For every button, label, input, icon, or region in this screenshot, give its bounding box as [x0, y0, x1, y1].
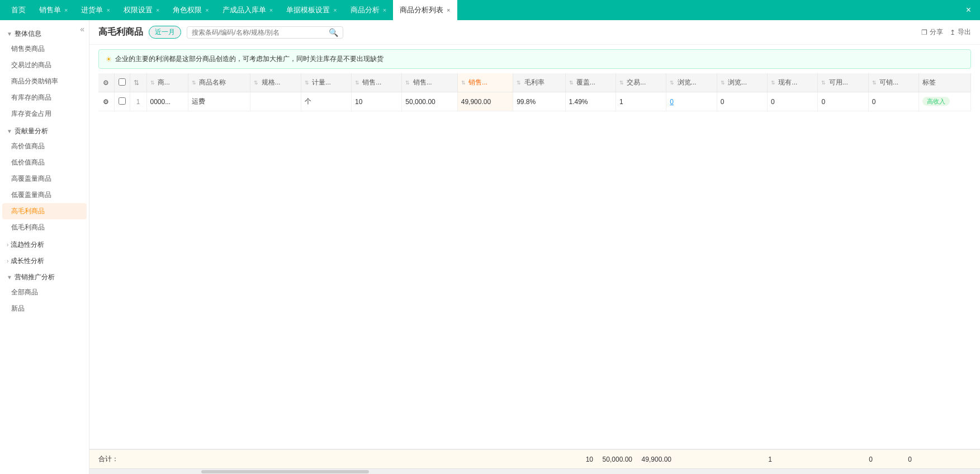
row-views2: 0	[717, 92, 767, 111]
col-saleable[interactable]: ⇅ 可销...	[868, 73, 919, 92]
horizontal-scrollbar[interactable]	[89, 468, 980, 474]
col-name[interactable]: ⇅ 商品名称	[188, 73, 250, 92]
sidebar-item-high-coverage[interactable]: 高覆盖量商品	[0, 171, 89, 187]
sidebar-group-overall[interactable]: ▼ 整体信息	[0, 25, 89, 41]
nav-product-analysis-list[interactable]: 商品分析列表 ×	[393, 0, 457, 20]
sidebar-item-high-value[interactable]: 高价值商品	[0, 138, 89, 154]
sidebar-group-trend[interactable]: › 流趋性分析	[0, 236, 89, 252]
close-icon[interactable]: ×	[205, 7, 209, 13]
nav-template-settings[interactable]: 单据模板设置 ×	[280, 0, 343, 20]
page-title: 高毛利商品	[98, 26, 143, 38]
col-gross-margin[interactable]: ⇅ 毛利率	[513, 73, 565, 92]
close-icon[interactable]: ×	[333, 7, 337, 13]
col-sales-amount[interactable]: ⇅ 销售...	[402, 73, 457, 92]
sidebar-item-sales-goods[interactable]: 销售类商品	[0, 41, 89, 57]
sort-icon: ⇅	[821, 80, 826, 86]
sort-icon: ⇅	[569, 80, 574, 86]
data-table: ⚙ ⇅ ⇅ 商... ⇅ 商品名称	[98, 73, 971, 111]
col-transactions[interactable]: ⇅ 交易...	[616, 73, 666, 92]
window-close-button[interactable]: ×	[962, 5, 976, 15]
export-button[interactable]: ↥ 导出	[950, 27, 971, 37]
info-banner: ☀ 企业的主要的利润都是这部分商品创造的，可考虑加大推广，同时关注库存是不要出现…	[98, 49, 971, 69]
content-area: 高毛利商品 近一月 🔍 ❐ 分享 ↥ 导出 ☀ 企业的主要的利润都是这部分商品创…	[89, 20, 980, 474]
table-header-row: ⚙ ⇅ ⇅ 商... ⇅ 商品名称	[98, 73, 971, 92]
expand-arrow-icon: ›	[7, 242, 8, 248]
sidebar-item-low-value[interactable]: 低价值商品	[0, 154, 89, 171]
close-icon[interactable]: ×	[106, 7, 110, 13]
sidebar-collapse-button[interactable]: «	[80, 25, 84, 34]
col-checkbox	[114, 73, 130, 92]
row-unit: 个	[301, 92, 351, 111]
col-views1[interactable]: ⇅ 浏览...	[666, 73, 717, 92]
info-icon: ☀	[106, 55, 112, 63]
window-controls: ×	[962, 5, 976, 15]
sort-icon: ⇅	[254, 80, 258, 86]
nav-permission-settings[interactable]: 权限设置 ×	[117, 0, 166, 20]
sidebar-item-high-margin[interactable]: 高毛利商品	[2, 203, 87, 219]
col-tag: 标签	[919, 73, 971, 92]
col-sales-qty[interactable]: ⇅ 销售...	[351, 73, 401, 92]
sort-icon: ⇅	[619, 80, 624, 86]
col-sales-profit[interactable]: ⇅ 销售...	[457, 73, 513, 92]
sidebar-item-low-coverage[interactable]: 低覆盖量商品	[0, 187, 89, 203]
footer-available: 0	[876, 456, 915, 463]
close-icon[interactable]: ×	[156, 7, 159, 13]
col-unit[interactable]: ⇅ 计量...	[301, 73, 351, 92]
table-container: ⚙ ⇅ ⇅ 商... ⇅ 商品名称	[89, 73, 980, 449]
col-coverage[interactable]: ⇅ 覆盖...	[565, 73, 616, 92]
close-icon[interactable]: ×	[269, 7, 273, 13]
col-num: ⇅	[130, 73, 146, 92]
col-settings[interactable]: ⚙	[98, 73, 114, 92]
row-coverage: 1.49%	[565, 92, 616, 111]
nav-purchase-order[interactable]: 进货单 ×	[74, 0, 116, 20]
period-button[interactable]: 近一月	[149, 26, 181, 39]
sidebar-item-low-margin[interactable]: 低毛利商品	[0, 219, 89, 236]
nav-sales-order[interactable]: 销售单 ×	[32, 0, 74, 20]
row-checkbox[interactable]	[114, 92, 130, 111]
sidebar-item-category-rate[interactable]: 商品分类助销率	[0, 73, 89, 90]
nav-product-inbound[interactable]: 产成品入库单 ×	[216, 0, 280, 20]
sort-icon: ⇅	[721, 80, 725, 86]
nav-role-permission[interactable]: 角色权限 ×	[166, 0, 215, 20]
sidebar-item-stocked-goods[interactable]: 有库存的商品	[0, 90, 89, 106]
sidebar-item-traded-goods[interactable]: 交易过的商品	[0, 57, 89, 73]
tag-badge: 高收入	[922, 97, 950, 106]
col-code[interactable]: ⇅ 商...	[146, 73, 188, 92]
col-views2[interactable]: ⇅ 浏览...	[717, 73, 767, 92]
nav-product-analysis[interactable]: 商品分析 ×	[344, 0, 393, 20]
nav-home[interactable]: 首页	[4, 0, 32, 20]
close-icon[interactable]: ×	[447, 7, 450, 13]
footer-transactions: 1	[736, 456, 775, 463]
select-all-checkbox[interactable]	[119, 78, 126, 86]
col-available[interactable]: ⇅ 可用...	[818, 73, 868, 92]
close-icon[interactable]: ×	[64, 7, 68, 13]
header-actions: ❐ 分享 ↥ 导出	[921, 27, 971, 37]
sidebar: « ▼ 整体信息 销售类商品 交易过的商品 商品分类助销率 有库存的商品 库存资…	[0, 20, 89, 474]
sidebar-item-new-goods[interactable]: 新品	[0, 301, 89, 317]
col-current-stock[interactable]: ⇅ 现有...	[768, 73, 818, 92]
col-spec[interactable]: ⇅ 规格...	[250, 73, 301, 92]
row-settings[interactable]: ⚙	[98, 92, 114, 111]
row-views1[interactable]: 0	[666, 92, 717, 111]
row-num: 1	[130, 92, 146, 111]
sort-icon: ⇅	[670, 80, 674, 86]
share-button[interactable]: ❐ 分享	[921, 27, 943, 37]
sidebar-item-stock-capital[interactable]: 库存资金占用	[0, 106, 89, 122]
sidebar-group-contribution[interactable]: ▼ 贡献量分析	[0, 122, 89, 138]
sort-icon: ⇅	[461, 80, 466, 86]
sidebar-item-all-goods[interactable]: 全部商品	[0, 284, 89, 301]
sidebar-group-marketing[interactable]: ▼ 营销推广分析	[0, 268, 89, 284]
close-icon[interactable]: ×	[383, 7, 386, 13]
scrollbar-thumb[interactable]	[201, 470, 369, 473]
table-body: ⚙ 1 0000... 运费 个 10 50,000.00 49,900.00 …	[98, 92, 971, 111]
row-select-checkbox[interactable]	[119, 97, 126, 105]
share-icon: ❐	[921, 29, 927, 36]
expand-arrow-icon: ▼	[7, 31, 12, 37]
search-input[interactable]	[192, 29, 329, 36]
search-icon[interactable]: 🔍	[329, 28, 338, 37]
top-navigation: 首页 销售单 × 进货单 × 权限设置 × 角色权限 × 产成品入库单 × 单据…	[0, 0, 980, 20]
content-header: 高毛利商品 近一月 🔍 ❐ 分享 ↥ 导出	[89, 20, 980, 45]
sort-icon: ⇅	[355, 80, 359, 86]
export-icon: ↥	[950, 29, 955, 36]
sidebar-group-growth[interactable]: › 成长性分析	[0, 252, 89, 268]
